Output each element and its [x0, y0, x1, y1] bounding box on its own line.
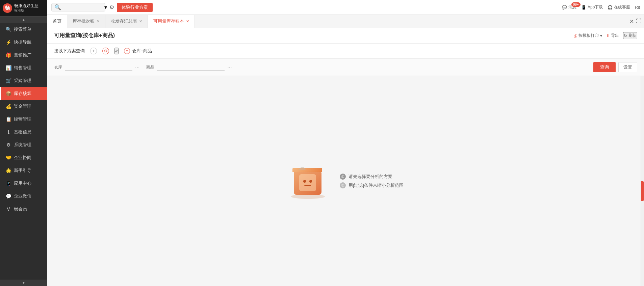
sidebar-item-基础信息[interactable]: ℹ 基础信息 [0, 126, 47, 138]
sidebar-icon-12: 📱 [6, 181, 11, 186]
refresh-btn[interactable]: ↻ 刷新 [623, 32, 637, 39]
illustration-flap [292, 168, 322, 172]
tab-home-label: 首页 [53, 18, 61, 24]
user-name[interactable]: Rit [635, 5, 640, 10]
settings-btn[interactable]: 设置 [618, 62, 637, 72]
filter-field-product: 商品 ··· [146, 64, 232, 71]
warehouse-label: 仓库 [54, 64, 62, 70]
sidebar-icon-7: 📋 [6, 116, 11, 122]
sidebar-item-搜索菜单[interactable]: 🔍 搜索菜单 [0, 23, 47, 36]
app-download-btn[interactable]: 📱 App下载 [581, 4, 603, 10]
illustration-box [294, 171, 321, 195]
sidebar-item-企业微信[interactable]: 💬 企业微信 [0, 190, 47, 203]
hint-text-1: 请先选择要分析的方案 [349, 174, 392, 180]
product-input[interactable] [157, 64, 225, 71]
sidebar-item-新手引导[interactable]: 🌟 新手引导 [0, 164, 47, 177]
warehouse-more-icon[interactable]: ··· [135, 64, 139, 70]
empty-hint-2: ② 用[过滤]条件来缩小分析范围 [340, 182, 404, 188]
sidebar-label-13: 企业微信 [14, 193, 31, 199]
sidebar-icon-1: ⚡ [6, 40, 11, 45]
tab-receive-summary[interactable]: 收发存汇总表 ✕ [105, 15, 148, 28]
sidebar-icon-0: 🔍 [6, 27, 11, 32]
page-title: 可用量查询(按仓库+商品) [54, 32, 115, 39]
illustration-shadow [291, 194, 325, 199]
hint-num-1: ① [340, 174, 346, 180]
sidebar-item-应用中心[interactable]: 📱 应用中心 [0, 177, 47, 190]
sidebar-label-3: 销售管理 [14, 65, 31, 71]
tab-inventory-batch-close[interactable]: ✕ [97, 19, 100, 24]
topbar-right: 💬 消息 99+ 📱 App下载 🎧 在线客服 Rit [562, 4, 640, 10]
search-input[interactable] [62, 5, 103, 10]
filter-scheme: ⊙ 仓库+商品 [124, 48, 152, 54]
print-icon: 🖨 [573, 33, 577, 38]
filter-row: 按以下方案查询 + ⚙ « ⊙ 仓库+商品 [54, 48, 637, 54]
phone-icon: 📱 [581, 5, 586, 10]
illustration-cloud: ☁ [298, 162, 306, 172]
filter-add-btn[interactable]: + [90, 48, 97, 54]
sidebar-label-1: 快捷导航 [14, 39, 31, 45]
tab-available-qty-close[interactable]: ✕ [186, 19, 189, 24]
sidebar: 畅 畅康通好生意 标准版 ▲ 🔍 搜索菜单⚡ 快捷导航🎁 营销推广📊 销售管理🛒 [0, 0, 47, 286]
sidebar-item-系统管理[interactable]: ⚙ 系统管理 [0, 138, 47, 151]
right-scrollbar[interactable] [641, 76, 644, 286]
filter-label: 按以下方案查询 [54, 48, 85, 54]
refresh-icon: ↻ [624, 33, 627, 38]
online-service-btn[interactable]: 🎧 在线客服 [608, 4, 630, 10]
tabs-close-btn[interactable]: ✕ [629, 18, 634, 25]
sidebar-icon-3: 📊 [6, 65, 11, 71]
tab-receive-summary-label: 收发存汇总表 [111, 18, 137, 24]
sidebar-label-5: 库存核算 [14, 90, 31, 97]
tab-inventory-batch[interactable]: 库存批次账 ✕ [67, 15, 105, 28]
filter-area: 按以下方案查询 + ⚙ « ⊙ 仓库+商品 [47, 44, 644, 59]
sidebar-header: 畅 畅康通好生意 标准版 [0, 0, 47, 17]
topbar: 🔍 ▾ ⚙ 体验行业方案 💬 消息 99+ 📱 App下载 🎧 [47, 0, 644, 15]
tabs-expand-btn[interactable]: ⛶ [636, 18, 641, 24]
query-btn[interactable]: 查询 [593, 62, 616, 72]
print-chevron-icon: ▾ [600, 33, 602, 38]
sidebar-label-6: 资金管理 [14, 103, 31, 109]
hint-text-2: 用[过滤]条件来缩小分析范围 [349, 182, 404, 188]
export-btn[interactable]: ⬆ 导出 [606, 33, 619, 38]
search-box[interactable]: 🔍 ▾ [51, 3, 105, 11]
message-badge: 99+ [571, 2, 581, 7]
product-more-icon[interactable]: ··· [227, 64, 232, 70]
warehouse-input[interactable] [65, 64, 132, 71]
chevron-down-icon[interactable]: ▾ [104, 4, 107, 10]
industry-btn[interactable]: 体验行业方案 [117, 3, 153, 12]
sidebar-item-采购管理[interactable]: 🛒 采购管理 [0, 74, 47, 87]
sidebar-item-企业协同[interactable]: 🤝 企业协同 [0, 151, 47, 164]
filter-collapse-btn[interactable]: « [114, 48, 119, 54]
sidebar-label-11: 新手引导 [14, 167, 31, 174]
tab-receive-summary-close[interactable]: ✕ [139, 19, 142, 24]
sidebar-icon-11: 🌟 [6, 168, 11, 173]
sidebar-label-14: 畅会员 [14, 206, 27, 212]
sidebar-item-快捷导航[interactable]: ⚡ 快捷导航 [0, 36, 47, 49]
print-template-btn[interactable]: 🖨 按模板打印 ▾ [573, 33, 602, 38]
sidebar-item-销售管理[interactable]: 📊 销售管理 [0, 61, 47, 74]
empty-hint-1: ① 请先选择要分析的方案 [340, 174, 404, 180]
sidebar-icon-4: 🛒 [6, 78, 11, 83]
sidebar-item-资金管理[interactable]: 💰 资金管理 [0, 100, 47, 113]
tab-available-qty-label: 可用量库存账本 [153, 18, 184, 24]
tab-inventory-batch-label: 库存批次账 [73, 18, 95, 24]
sidebar-item-经营管理[interactable]: 📋 经营管理 [0, 113, 47, 126]
filter-scheme-settings-btn[interactable]: ⚙ [102, 48, 109, 54]
gear-icon[interactable]: ⚙ [109, 4, 114, 10]
sidebar-scroll: 🔍 搜索菜单⚡ 快捷导航🎁 营销推广📊 销售管理🛒 采购管理📦 库存核算💰 资金… [0, 23, 47, 280]
empty-illustration: ☁ [288, 162, 332, 200]
tab-available-qty[interactable]: 可用量库存账本 ✕ [148, 15, 195, 28]
tab-home[interactable]: 首页 [47, 15, 67, 28]
sidebar-item-营销推广[interactable]: 🎁 营销推广 [0, 49, 47, 61]
message-btn[interactable]: 💬 消息 99+ [562, 4, 576, 10]
sidebar-scroll-down[interactable]: ▼ [0, 280, 47, 286]
sidebar-icon-8: ℹ [6, 129, 11, 135]
sidebar-scroll-up[interactable]: ▲ [0, 17, 47, 23]
sidebar-item-库存核算[interactable]: 📦 库存核算 [0, 87, 47, 100]
sidebar-label-7: 经营管理 [14, 116, 31, 122]
scheme-warehouse-product[interactable]: ⊙ 仓库+商品 [124, 48, 152, 54]
sidebar-label-10: 企业协同 [14, 155, 31, 161]
search-icon: 🔍 [54, 4, 61, 10]
content-area: ☁ ① 请先选择要分析的方案 ② 用[过滤]条件来缩小分析范围 [47, 76, 644, 286]
tabs-bar: 首页 库存批次账 ✕ 收发存汇总表 ✕ 可用量库存账本 ✕ ✕ ⛶ [47, 15, 644, 28]
sidebar-item-畅会员[interactable]: V 畅会员 [0, 203, 47, 215]
